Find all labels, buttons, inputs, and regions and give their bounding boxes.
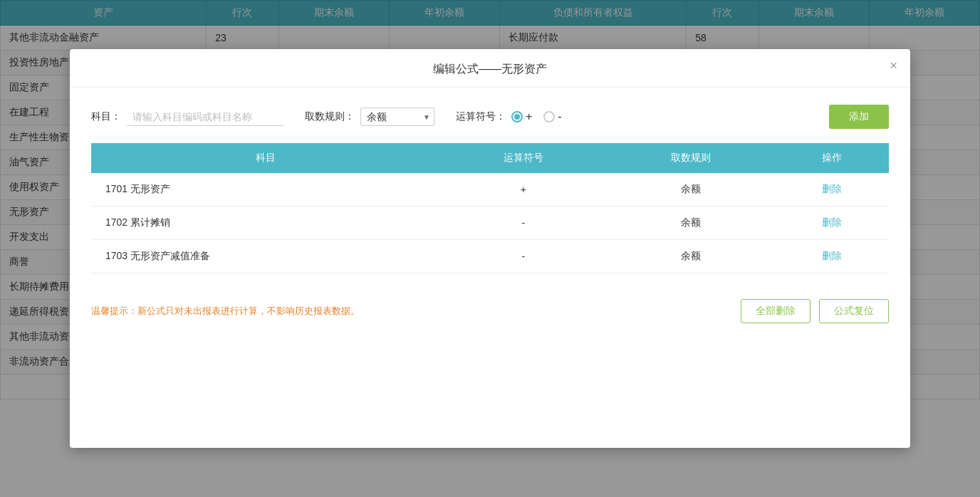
operator-field: 运算符号： + - [456, 110, 562, 123]
delete-all-button[interactable]: 全部删除 [741, 299, 810, 323]
form-row: 科目： 取数规则： 余额借方贷方借方发生额贷方发生额 ▼ 运算符号： [91, 105, 889, 129]
modal-close-button[interactable]: × [890, 59, 897, 72]
formula-table-row: 1703 无形资产减值准备-余额删除 [91, 240, 889, 273]
formula-table: 科目运算符号取数规则操作 1701 无形资产+余额删除1702 累计摊销-余额删… [91, 143, 889, 273]
formula-subject-cell: 1702 累计摊销 [91, 206, 439, 240]
modal-overlay: 编辑公式——无形资产 × 科目： 取数规则： 余额借方贷方借方发生额贷方发生额 … [0, 0, 980, 497]
subject-field: 科目： [91, 108, 283, 126]
footer-tip: 温馨提示：新公式只对未出报表进行计算，不影响历史报表数据。 [91, 305, 360, 318]
operator-label: 运算符号： [456, 110, 506, 123]
radio-plus-circle [511, 111, 523, 122]
formula-table-row: 1702 累计摊销-余额删除 [91, 206, 889, 240]
formula-operator-cell: + [439, 173, 607, 206]
delete-row-button[interactable]: 删除 [822, 250, 842, 263]
formula-operator-cell: - [439, 240, 607, 273]
table-header-row: 科目运算符号取数规则操作 [91, 143, 889, 173]
formula-table-row: 1701 无形资产+余额删除 [91, 173, 889, 206]
rule-select[interactable]: 余额借方贷方借方发生额贷方发生额 [360, 108, 434, 126]
formula-action-cell: 删除 [775, 173, 889, 206]
modal-header: 编辑公式——无形资产 × [70, 49, 910, 88]
radio-plus[interactable]: + [511, 110, 532, 123]
formula-operator-cell: - [439, 206, 607, 240]
rule-label: 取数规则： [305, 110, 355, 123]
modal-dialog: 编辑公式——无形资产 × 科目： 取数规则： 余额借方贷方借方发生额贷方发生额 … [70, 49, 910, 448]
operator-radio-group: + - [511, 110, 562, 123]
formula-subject-cell: 1701 无形资产 [91, 173, 439, 206]
subject-label: 科目： [91, 110, 121, 123]
rule-field: 取数规则： 余额借方贷方借方发生额贷方发生额 ▼ [305, 108, 434, 126]
modal-title: 编辑公式——无形资产 [433, 63, 547, 75]
radio-minus[interactable]: - [543, 110, 561, 123]
formula-table-header: 取数规则 [607, 143, 774, 173]
formula-action-cell: 删除 [775, 206, 889, 240]
radio-minus-label: - [558, 110, 561, 123]
reset-formula-button[interactable]: 公式复位 [819, 299, 889, 323]
delete-row-button[interactable]: 删除 [822, 183, 842, 196]
modal-footer: 温馨提示：新公式只对未出报表进行计算，不影响历史报表数据。 全部删除 公式复位 [70, 288, 910, 338]
subject-input[interactable] [127, 108, 283, 126]
table-body: 1701 无形资产+余额删除1702 累计摊销-余额删除1703 无形资产减值准… [91, 173, 889, 273]
rule-select-wrapper: 余额借方贷方借方发生额贷方发生额 ▼ [360, 108, 434, 126]
radio-minus-circle [543, 111, 555, 122]
delete-row-button[interactable]: 删除 [822, 216, 842, 229]
formula-table-header: 运算符号 [439, 143, 607, 173]
footer-buttons: 全部删除 公式复位 [741, 299, 889, 323]
formula-rule-cell: 余额 [607, 240, 774, 273]
add-button[interactable]: 添加 [829, 105, 889, 129]
formula-table-header: 操作 [775, 143, 889, 173]
formula-subject-cell: 1703 无形资产减值准备 [91, 240, 439, 273]
formula-rule-cell: 余额 [607, 173, 774, 206]
formula-rule-cell: 余额 [607, 206, 774, 240]
formula-action-cell: 删除 [775, 240, 889, 273]
modal-body: 科目： 取数规则： 余额借方贷方借方发生额贷方发生额 ▼ 运算符号： [70, 88, 910, 288]
radio-plus-label: + [526, 110, 532, 123]
formula-table-header: 科目 [91, 143, 439, 173]
